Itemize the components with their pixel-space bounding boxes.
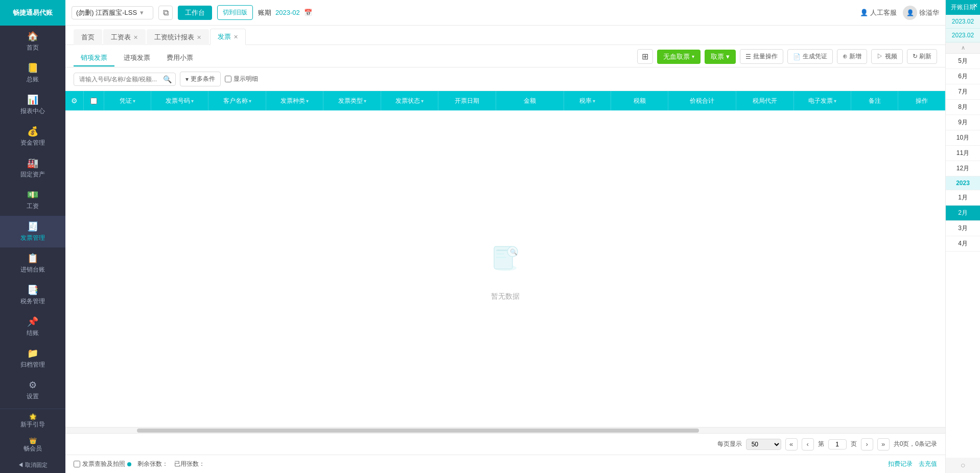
switch-version-button[interactable]: 切到旧版 bbox=[217, 5, 253, 20]
date-month-may[interactable]: 5月 bbox=[946, 54, 980, 69]
per-page-select[interactable]: 50 100 200 bbox=[746, 439, 781, 450]
th-invoice-type[interactable]: 发票种类▾ bbox=[266, 91, 324, 110]
first-page-button[interactable]: « bbox=[785, 438, 798, 451]
recharge-link[interactable]: 去充值 bbox=[919, 460, 937, 468]
show-detail-checkbox-label[interactable]: 显示明细 bbox=[225, 75, 258, 83]
tab-salary[interactable]: 工资表 ✕ bbox=[103, 29, 146, 45]
date-month-dec[interactable]: 12月 bbox=[946, 161, 980, 176]
sidebar-item-invoice[interactable]: 🧾 发票管理 bbox=[0, 216, 65, 247]
search-icon: 🔍 bbox=[163, 75, 172, 83]
th-e-invoice[interactable]: 电子发票▾ bbox=[794, 91, 852, 110]
th-tax-total: 价税合计 bbox=[668, 91, 736, 110]
scroll-thumb[interactable] bbox=[137, 429, 699, 433]
date-month-mar[interactable]: 3月 bbox=[946, 221, 980, 236]
app-logo: 畅捷通易代账 bbox=[0, 0, 65, 26]
sidebar-item-fixed-assets[interactable]: 🏭 固定资产 bbox=[0, 152, 65, 184]
date-panel-top-item-1[interactable]: 2023.02 bbox=[946, 15, 980, 29]
gen-voucher-button[interactable]: 📄 生成凭证 bbox=[787, 49, 833, 64]
sidebar-item-ledger[interactable]: 📒 总账 bbox=[0, 57, 65, 89]
fee-record-link[interactable]: 扣费记录 bbox=[888, 460, 913, 468]
sidebar-item-purchase-sales[interactable]: 📋 进销台账 bbox=[0, 247, 65, 279]
sidebar-item-vip[interactable]: 👑 畅会员 bbox=[0, 433, 65, 457]
date-panel-bottom: ○ bbox=[946, 458, 980, 473]
new-button[interactable]: ⊕ 新增 bbox=[837, 49, 867, 64]
date-year-2023-label: 2023 bbox=[946, 176, 980, 190]
sidebar-item-close-account[interactable]: 📌 结账 bbox=[0, 311, 65, 343]
date-panel-scroll[interactable]: ∧ 5月 6月 7月 8月 9月 10月 11月 12月 2023 1月 2月 … bbox=[946, 42, 980, 458]
th-open-date[interactable]: 开票日期 bbox=[438, 91, 496, 110]
th-settings[interactable]: ⚙ bbox=[65, 91, 84, 110]
refresh-button[interactable]: ↻ 刷新 bbox=[907, 49, 937, 64]
sidebar-item-funds[interactable]: 💰 资金管理 bbox=[0, 121, 65, 152]
date-month-jul[interactable]: 7月 bbox=[946, 84, 980, 100]
take-ticket-button[interactable]: 取票 ▾ bbox=[705, 50, 736, 64]
batch-icon: ☰ bbox=[745, 53, 751, 60]
prev-page-button[interactable]: ‹ bbox=[802, 438, 814, 451]
invoice-check-checkbox[interactable] bbox=[74, 461, 80, 467]
tab-salary-close-icon[interactable]: ✕ bbox=[133, 34, 138, 41]
next-page-button[interactable]: › bbox=[861, 438, 873, 451]
sidebar-item-reports[interactable]: 📊 报表中心 bbox=[0, 89, 65, 121]
video-button[interactable]: ▷ 视频 bbox=[871, 49, 902, 64]
select-all-checkbox[interactable] bbox=[90, 98, 97, 104]
filter-icon: ▾ bbox=[185, 76, 189, 83]
sidebar-item-archive[interactable]: 📁 归档管理 bbox=[0, 343, 65, 374]
search-input[interactable] bbox=[74, 73, 176, 86]
horizontal-scrollbar[interactable] bbox=[65, 427, 945, 433]
page-number-input[interactable] bbox=[828, 439, 847, 449]
remaining-label: 剩余张数： bbox=[137, 460, 168, 468]
used-label: 已用张数： bbox=[174, 460, 205, 468]
subtab-expense-receipt[interactable]: 费用小票 bbox=[159, 50, 200, 66]
date-month-apr[interactable]: 4月 bbox=[946, 236, 980, 252]
th-voucher[interactable]: 凭证▾ bbox=[104, 91, 151, 110]
page-label: 第 bbox=[818, 440, 824, 448]
sidebar-item-guide[interactable]: 🌟 新手引导 bbox=[0, 409, 65, 433]
subtab-purchase-invoice[interactable]: 进项发票 bbox=[116, 50, 157, 66]
date-panel-close-icon[interactable]: ✕ bbox=[973, 2, 978, 9]
date-year-2022-label: ∧ bbox=[946, 42, 980, 54]
tab-home[interactable]: 首页 bbox=[74, 29, 102, 45]
sidebar-item-tax[interactable]: 📑 税务管理 bbox=[0, 279, 65, 311]
grid-view-button[interactable]: ⊞ bbox=[637, 49, 653, 64]
th-client-name[interactable]: 客户名称▾ bbox=[208, 91, 266, 110]
batch-op-button[interactable]: ☰ 批量操作 bbox=[740, 49, 783, 64]
tab-invoice-close-icon[interactable]: ✕ bbox=[234, 34, 238, 40]
more-filter-button[interactable]: ▾ 更多条件 bbox=[180, 72, 221, 86]
sidebar-collapse[interactable]: ◀ 取消固定 bbox=[0, 457, 65, 473]
date-month-oct[interactable]: 10月 bbox=[946, 130, 980, 146]
tab-invoice[interactable]: 发票 ✕ bbox=[210, 29, 246, 45]
company-selector[interactable]: (勿删) 江西服宝-LSS ▾ bbox=[72, 6, 153, 19]
workbench-button[interactable]: 工作台 bbox=[178, 6, 212, 20]
copy-button[interactable]: ⧉ bbox=[158, 6, 173, 20]
subtab-sales-invoice[interactable]: 销项发票 bbox=[74, 50, 114, 66]
support-button[interactable]: 👤 人工客服 bbox=[860, 8, 897, 17]
home-icon: 🏠 bbox=[27, 31, 38, 42]
date-month-sep[interactable]: 9月 bbox=[946, 115, 980, 130]
th-tax-rate[interactable]: 税率▾ bbox=[564, 91, 611, 110]
date-month-aug[interactable]: 8月 bbox=[946, 100, 980, 115]
show-detail-checkbox[interactable] bbox=[225, 76, 231, 82]
date-month-jan[interactable]: 1月 bbox=[946, 190, 980, 206]
per-page-label: 每页显示 bbox=[717, 440, 742, 448]
th-invoice-status[interactable]: 发票状态▾ bbox=[381, 91, 439, 110]
tab-salary-report[interactable]: 工资统计报表 ✕ bbox=[147, 29, 209, 45]
sidebar-item-home[interactable]: 🏠 首页 bbox=[0, 26, 65, 57]
date-panel-top-item-2[interactable]: 2023.02 bbox=[946, 29, 980, 42]
th-invoice-category[interactable]: 发票类型▾ bbox=[323, 91, 381, 110]
th-checkbox[interactable] bbox=[84, 91, 104, 110]
last-page-button[interactable]: » bbox=[877, 438, 890, 451]
date-month-nov[interactable]: 11月 bbox=[946, 146, 980, 161]
date-month-jun[interactable]: 6月 bbox=[946, 69, 980, 84]
status-dot bbox=[127, 462, 131, 466]
date-panel-header[interactable]: 开账日期 ✕ bbox=[946, 0, 980, 15]
filter-bar: 🔍 ▾ 更多条件 显示明细 bbox=[65, 67, 945, 91]
sidebar-item-salary[interactable]: 💵 工资 bbox=[0, 184, 65, 216]
date-month-feb[interactable]: 2月 bbox=[946, 206, 980, 221]
sidebar-item-settings[interactable]: ⚙ 设置 bbox=[0, 374, 65, 406]
th-invoice-number[interactable]: 发票号码▾ bbox=[151, 91, 209, 110]
tab-salary-report-close-icon[interactable]: ✕ bbox=[197, 34, 201, 41]
user-avatar-button[interactable]: 👤 徐溢华 bbox=[903, 6, 939, 20]
th-inv-category-filter-icon: ▾ bbox=[364, 98, 366, 104]
date-panel-collapse-icon[interactable]: ○ bbox=[961, 461, 966, 470]
no-ticket-button[interactable]: 无血取票 ▾ bbox=[657, 50, 701, 64]
